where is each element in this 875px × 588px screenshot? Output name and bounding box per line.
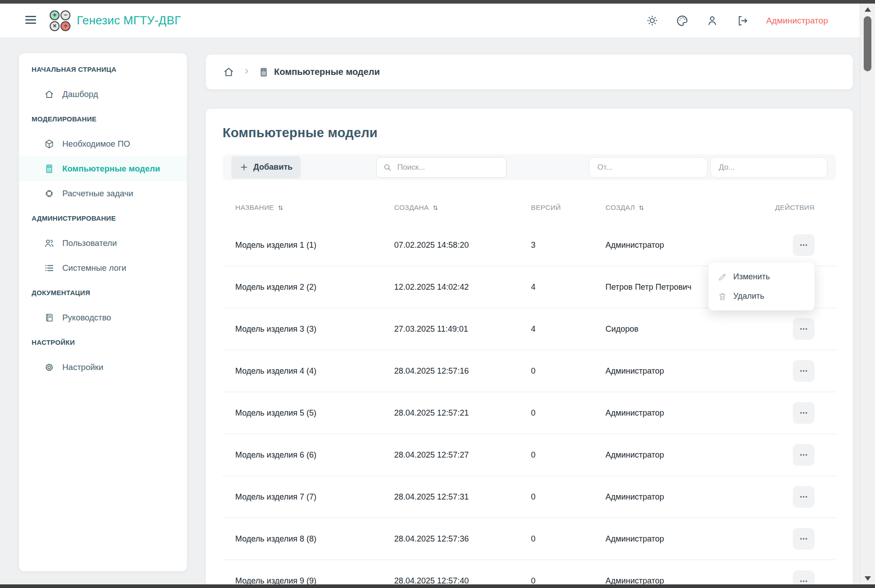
book-icon	[44, 312, 55, 323]
cell-name: Модель изделия 3 (3)	[235, 324, 394, 334]
search-icon	[382, 162, 392, 172]
sidebar-item-computer-models[interactable]: Компьютерные модели	[19, 156, 187, 181]
scrollbar-thumb[interactable]	[864, 16, 871, 71]
ellipsis-icon	[798, 240, 809, 250]
sidebar-section-label: ДОКУМЕНТАЦИЯ	[19, 280, 187, 305]
cell-versions: 0	[531, 450, 605, 460]
sun-icon[interactable]	[646, 14, 658, 27]
sidebar-item-label: Настройки	[62, 362, 103, 372]
column-header[interactable]: СОЗДАНА	[394, 204, 531, 212]
sort-icon	[431, 204, 440, 212]
row-actions-button[interactable]	[793, 402, 814, 424]
column-header: ВЕРСИЙ	[531, 204, 605, 212]
cell-name: Модель изделия 6 (6)	[235, 450, 394, 460]
breadcrumb: Компьютерные модели	[206, 55, 853, 89]
cell-created: 28.04.2025 12:57:36	[394, 534, 531, 544]
sidebar-item-required-software[interactable]: Необходимое ПО	[19, 131, 187, 156]
cell-creator: Администратор	[605, 366, 765, 376]
palette-icon[interactable]	[676, 14, 689, 27]
cell-created: 07.02.2025 14:58:20	[394, 241, 531, 250]
scroll-down-arrow-icon[interactable]	[865, 576, 871, 581]
cell-created: 28.04.2025 12:57:16	[394, 366, 531, 376]
cell-versions: 0	[531, 492, 605, 502]
column-header-label: НАЗВАНИЕ	[235, 204, 274, 212]
breadcrumb-page-label: Компьютерные модели	[274, 67, 380, 77]
column-header[interactable]: СОЗДАЛ	[605, 204, 765, 212]
cell-name: Модель изделия 5 (5)	[235, 408, 394, 418]
sidebar-item-manual[interactable]: Руководство	[19, 305, 187, 330]
logout-icon[interactable]	[736, 14, 749, 27]
row-actions-button[interactable]	[793, 234, 814, 256]
window-bottom-edge	[0, 584, 875, 588]
column-header-label: СОЗДАНА	[394, 204, 429, 212]
sidebar-item-dashboard[interactable]: Дашборд	[19, 82, 187, 106]
scroll-up-arrow-icon[interactable]	[865, 7, 871, 12]
cube-icon	[44, 139, 55, 149]
calculator-icon	[258, 67, 269, 78]
context-menu-delete[interactable]: Удалить	[708, 287, 814, 306]
sidebar-item-label: Дашборд	[62, 89, 98, 99]
sidebar-item-calculation-tasks[interactable]: Расчетные задачи	[19, 181, 187, 206]
table-row: Модель изделия 8 (8) 28.04.2025 12:57:36…	[223, 518, 836, 560]
row-actions-button[interactable]	[793, 360, 814, 382]
sidebar-item-users[interactable]: Пользователи	[19, 231, 187, 255]
app-logo: + − × ÷	[50, 10, 70, 31]
search-input[interactable]	[376, 157, 507, 178]
sidebar-section-label: НАЧАЛЬНАЯ СТРАНИЦА	[19, 57, 187, 82]
cell-created: 28.04.2025 12:57:21	[394, 408, 531, 418]
chevron-right-icon	[242, 67, 251, 77]
cell-created: 28.04.2025 12:57:31	[394, 492, 531, 502]
cell-creator: Сидоров	[605, 324, 765, 334]
menu-icon[interactable]	[23, 13, 38, 28]
toolbar: Добавить	[223, 154, 836, 180]
ellipsis-icon	[798, 491, 809, 502]
table-header-row: НАЗВАНИЕ СОЗДАНА ВЕРСИЙ СОЗДАЛ ДЕЙСТВИЯ	[223, 191, 836, 224]
app-title: Генезис МГТУ-ДВГ	[77, 14, 181, 28]
users-icon	[44, 238, 55, 249]
models-table: НАЗВАНИЕ СОЗДАНА ВЕРСИЙ СОЗДАЛ ДЕЙСТВИЯ …	[223, 191, 836, 588]
table-row: Модель изделия 1 (1) 07.02.2025 14:58:20…	[223, 224, 836, 266]
sidebar-section-label: НАСТРОЙКИ	[19, 330, 187, 355]
cell-creator: Администратор	[605, 534, 765, 544]
row-actions-button[interactable]	[793, 444, 814, 466]
sidebar-item-settings[interactable]: Настройки	[19, 355, 187, 380]
ellipsis-icon	[798, 533, 809, 544]
table-row: Модель изделия 9 (9) 28.04.2025 12:57:40…	[223, 560, 836, 588]
user-role-label[interactable]: Администратор	[766, 16, 828, 26]
list-icon	[44, 263, 55, 273]
sidebar-item-label: Руководство	[62, 313, 111, 323]
add-button[interactable]: Добавить	[231, 156, 301, 179]
row-actions-button[interactable]	[793, 486, 814, 508]
logo-divide-icon: ÷	[61, 21, 70, 31]
cell-versions: 0	[531, 408, 605, 418]
context-menu-item-label: Изменить	[733, 272, 770, 282]
cell-versions: 4	[531, 324, 605, 334]
sidebar-item-system-logs[interactable]: Системные логи	[19, 255, 187, 280]
column-header-label: ДЕЙСТВИЯ	[775, 204, 814, 212]
date-from-input[interactable]	[589, 157, 707, 178]
home-icon	[44, 89, 55, 100]
cell-created: 12.02.2025 14:02:42	[394, 282, 531, 292]
row-actions-button[interactable]	[793, 528, 814, 550]
pencil-icon	[717, 272, 727, 282]
cell-name: Модель изделия 7 (7)	[235, 492, 394, 502]
page-title: Компьютерные модели	[223, 125, 836, 140]
home-icon[interactable]	[223, 66, 235, 78]
row-actions-button[interactable]	[793, 318, 814, 340]
column-header[interactable]: НАЗВАНИЕ	[235, 204, 394, 212]
window-top-edge	[0, 0, 875, 4]
column-header-label: ВЕРСИЙ	[531, 204, 561, 212]
ellipsis-icon	[798, 449, 809, 460]
page-scrollbar[interactable]	[860, 4, 875, 584]
cell-name: Модель изделия 8 (8)	[235, 534, 394, 544]
date-to-input[interactable]	[710, 157, 828, 178]
sidebar-item-label: Компьютерные модели	[62, 164, 160, 174]
table-row: Модель изделия 7 (7) 28.04.2025 12:57:31…	[223, 476, 836, 518]
sidebar-section-label: АДМИНИСТРИРОВАНИЕ	[19, 206, 187, 231]
logo-plus-icon: +	[50, 10, 60, 20]
cell-name: Модель изделия 4 (4)	[235, 366, 394, 376]
context-menu-edit[interactable]: Изменить	[708, 267, 814, 287]
person-icon[interactable]	[706, 14, 718, 27]
cell-name: Модель изделия 2 (2)	[235, 282, 394, 292]
table-row: Модель изделия 3 (3) 27.03.2025 11:49:01…	[223, 308, 836, 350]
